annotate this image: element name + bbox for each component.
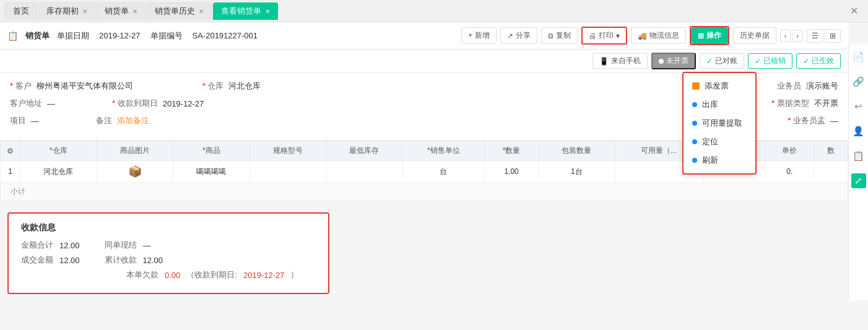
- notopen-button[interactable]: 未开票: [651, 53, 696, 69]
- tab-sales-close[interactable]: ✕: [132, 8, 137, 15]
- next-button[interactable]: ›: [792, 30, 803, 42]
- ticket-field: 票据类型 不开票: [771, 98, 838, 109]
- paydue-label: 收款到期日: [112, 98, 158, 109]
- list-view-button[interactable]: ☰: [807, 29, 823, 43]
- payment-row-3: 本单欠款 0.00 （收款到期日: 2019-12-27 ）: [21, 269, 316, 280]
- dropdown-item-invoice[interactable]: 添发票: [684, 77, 755, 95]
- prev-button[interactable]: ‹: [780, 30, 791, 42]
- operate-button[interactable]: ⊞ 操作: [691, 27, 728, 44]
- total-value: 12.00: [59, 241, 80, 250]
- sold-button[interactable]: ✓ 已核销: [748, 53, 792, 69]
- copy-button[interactable]: ⧉ 复制: [541, 27, 578, 44]
- project-field: 项目 —: [10, 115, 39, 126]
- history-label: 历史单据: [740, 30, 770, 41]
- remark-field: 备注 添加备注: [96, 115, 149, 126]
- paydue-field: 收款到期日 2019-12-27: [112, 98, 204, 109]
- copy-icon: ⧉: [548, 32, 553, 40]
- toolbar: 📋 销货单 单据日期 2019-12-27 单据编号 SA-20191227-0…: [0, 22, 848, 50]
- salesman2-label: 业务员盂: [788, 115, 825, 126]
- locate-label: 定位: [702, 136, 718, 147]
- ticket-value: 不开票: [814, 98, 838, 109]
- tab-view-sales-label: 查看销货单: [221, 6, 261, 17]
- check-button[interactable]: ✓ 已对账: [700, 53, 744, 69]
- share-label: 分享: [516, 30, 531, 41]
- project-value: —: [31, 116, 39, 126]
- number-value: SA-20191227-001: [193, 31, 258, 40]
- grid-view-button[interactable]: ⊞: [825, 29, 841, 43]
- sidebar-expand-icon[interactable]: ⤢: [851, 173, 866, 188]
- project-label: 项目: [10, 115, 26, 126]
- logistics-label: 物流信息: [649, 30, 679, 41]
- dropdown-item-refresh[interactable]: 刷新: [684, 151, 755, 170]
- dropdown-item-outbound[interactable]: 出库: [684, 95, 755, 114]
- window-close-button[interactable]: ✕: [845, 5, 863, 17]
- due-value: 2019-12-27: [243, 271, 285, 280]
- operate-grid-icon: ⊞: [698, 32, 704, 40]
- tab-bar: 首页 库存期初 ✕ 销货单 ✕ 销货单历史 ✕ 查看销货单 ✕ ✕: [0, 0, 868, 22]
- tab-home[interactable]: 首页: [5, 2, 37, 20]
- notopen-dot: [659, 59, 664, 64]
- tab-inventory-close[interactable]: ✕: [82, 8, 87, 15]
- row-price: 0.: [765, 161, 814, 183]
- copy-label: 复制: [556, 30, 571, 41]
- payment-box: 收款信息 金额合计 12.00 同单现结 — 成交金额: [7, 212, 329, 294]
- warehouse-value: 河北仓库: [228, 80, 261, 92]
- tab-inventory-label: 库存期初: [46, 6, 79, 17]
- main-content: 📋 销货单 单据日期 2019-12-27 单据编号 SA-20191227-0…: [0, 22, 868, 300]
- sidebar-list-icon[interactable]: 📋: [851, 149, 866, 163]
- tab-sales[interactable]: 销货单 ✕: [97, 2, 145, 20]
- tab-view-sales[interactable]: 查看销货单 ✕: [213, 2, 278, 20]
- phone-label: 来自手机: [611, 56, 641, 66]
- phone-button[interactable]: 📱 来自手机: [592, 53, 648, 69]
- sidebar-return-icon[interactable]: ↩: [851, 99, 866, 114]
- effect-label: 已生效: [812, 56, 834, 66]
- operate-label: 操作: [706, 30, 721, 41]
- owe-label: 本单欠款: [126, 269, 158, 280]
- dropdown-item-locate[interactable]: 定位: [684, 132, 755, 151]
- check-icon: ✓: [706, 57, 713, 66]
- row-product: 噶噶噶噶: [173, 161, 250, 183]
- row-warehouse: 河北仓库: [20, 161, 97, 183]
- sub-toolbar: 📱 来自手机 未开票 ✓ 已对账 ✓ 已核销 ✓ 已生效: [0, 50, 848, 73]
- share-button[interactable]: ↗ 分享: [500, 27, 537, 44]
- col-min-stock: 最低库存: [326, 141, 403, 161]
- new-button[interactable]: + 新增: [461, 27, 496, 44]
- logistics-button[interactable]: 🚚 物流信息: [631, 27, 686, 44]
- address-label: 客户地址: [10, 98, 42, 109]
- outbound-label: 出库: [702, 99, 718, 110]
- share-icon: ↗: [507, 32, 513, 40]
- salesman-value: 演示账号: [806, 80, 838, 92]
- doc-icon: 📋: [7, 31, 18, 41]
- sidebar-link-icon[interactable]: 🔗: [851, 74, 866, 89]
- sidebar-user-icon[interactable]: 👤: [851, 124, 866, 139]
- date-value: 2019-12-27: [99, 31, 141, 40]
- tab-history[interactable]: 销货单历史 ✕: [147, 2, 212, 20]
- phone-icon: 📱: [599, 57, 609, 66]
- logistics-icon: 🚚: [638, 32, 647, 40]
- tab-history-close[interactable]: ✕: [199, 8, 204, 15]
- doc-meta: 单据日期 2019-12-27 单据编号 SA-20191227-001: [57, 30, 258, 41]
- payment-section: 收款信息 金额合计 12.00 同单现结 — 成交金额: [0, 201, 848, 300]
- transaction-label: 成交金额: [21, 254, 53, 266]
- effect-button[interactable]: ✓ 已生效: [796, 53, 841, 69]
- remark-add-button[interactable]: 添加备注: [117, 115, 149, 126]
- dropdown-item-available[interactable]: 可用量提取: [684, 114, 755, 132]
- row-qty: 1.00: [485, 161, 539, 183]
- print-button[interactable]: 🖨 打印 ▾: [583, 28, 626, 43]
- customer-label: 客户: [10, 80, 32, 92]
- col-pack-qty: 包装数量: [538, 141, 615, 161]
- customer-field: 客户 柳州粤港平安气体有限公司: [10, 80, 133, 92]
- subtotal-row: 小计: [1, 183, 848, 201]
- cumulative-field: 累计收款 12.00: [105, 254, 163, 266]
- nav-arrows: ‹ ›: [780, 30, 803, 42]
- col-gear[interactable]: ⚙: [1, 141, 20, 161]
- check-label: 已对账: [715, 56, 737, 66]
- transaction-value: 12.00: [59, 256, 80, 265]
- notopen-label: 未开票: [666, 56, 688, 66]
- sidebar-doc-icon[interactable]: 📄: [851, 50, 866, 64]
- tab-view-sales-close[interactable]: ✕: [265, 8, 270, 15]
- row-spec: [250, 161, 326, 183]
- history-button[interactable]: 历史单据: [733, 27, 776, 44]
- tab-inventory[interactable]: 库存期初 ✕: [38, 2, 95, 20]
- same-order-field: 同单现结 —: [105, 240, 151, 251]
